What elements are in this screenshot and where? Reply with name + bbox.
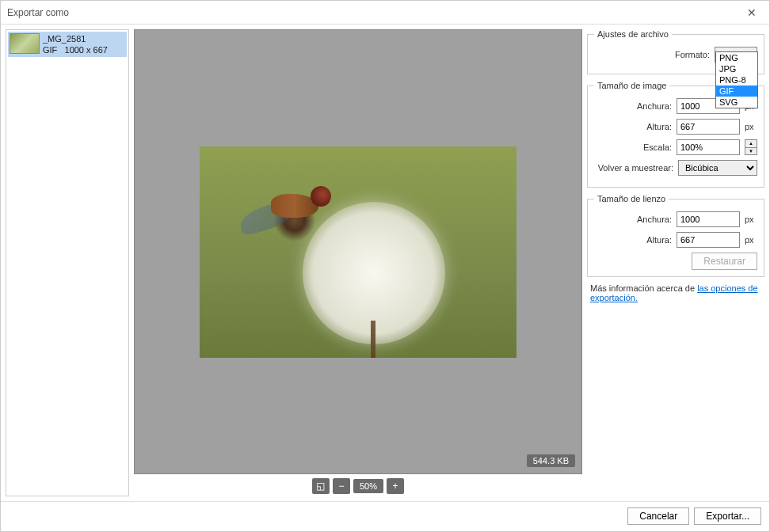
format-option-png8[interactable]: PNG-8: [716, 74, 757, 86]
width-label: Anchura:: [637, 101, 672, 111]
format-option-svg[interactable]: SVG: [716, 97, 757, 108]
fit-icon[interactable]: ◱: [312, 478, 330, 494]
resample-select[interactable]: Bicúbica: [678, 160, 757, 176]
titlebar: Exportar como ✕: [1, 1, 769, 25]
height-label: Altura:: [646, 122, 672, 131]
zoom-level[interactable]: 50%: [353, 479, 383, 493]
info-text: Más información acerca de las opciones d…: [587, 283, 764, 302]
resample-label: Volver a muestrear:: [598, 163, 673, 173]
preview-image: [200, 146, 517, 358]
thumbnail-list: _MG_2581 GIF 1000 x 667: [6, 29, 129, 496]
scale-input[interactable]: [677, 139, 740, 155]
thumbnail-info: _MG_2581 GIF 1000 x 667: [43, 33, 108, 55]
height-unit: px: [745, 122, 757, 131]
thumbnail-image: [10, 33, 40, 54]
format-option-png[interactable]: PNG: [716, 52, 757, 63]
scale-label: Escala:: [643, 142, 672, 152]
dialog-footer: Cancelar Exportar...: [1, 501, 769, 530]
thumbnail-item[interactable]: _MG_2581 GIF 1000 x 667: [8, 32, 127, 57]
format-option-gif[interactable]: GIF: [716, 86, 757, 97]
cancel-button[interactable]: Cancelar: [627, 507, 689, 525]
zoom-in-icon[interactable]: +: [387, 478, 404, 494]
close-button[interactable]: ✕: [734, 1, 769, 25]
format-option-jpg[interactable]: JPG: [716, 63, 757, 74]
restore-button: Restaurar: [692, 253, 757, 270]
format-dropdown-list[interactable]: PNG JPG PNG-8 GIF SVG: [715, 51, 758, 108]
file-settings-legend: Ajustes de archivo: [594, 29, 672, 39]
export-button[interactable]: Exportar...: [694, 507, 761, 525]
format-label: Formato:: [675, 50, 710, 59]
thumbnail-filename: _MG_2581: [43, 33, 108, 44]
height-input[interactable]: [677, 119, 740, 135]
canvas-size-group: Tamaño de lienzo Anchura: px Altura: px …: [587, 194, 764, 277]
preview-area[interactable]: 544.3 KB: [134, 29, 582, 474]
settings-sidebar: Ajustes de archivo Formato: GIF PNG JPG …: [587, 29, 764, 496]
canvas-height-input[interactable]: [677, 232, 740, 248]
file-settings-group: Ajustes de archivo Formato: GIF PNG JPG …: [587, 29, 764, 74]
scale-spinner[interactable]: ▲▼: [745, 139, 757, 155]
canvas-width-input[interactable]: [677, 211, 740, 227]
canvas-height-label: Altura:: [646, 235, 672, 245]
thumbnail-meta: GIF 1000 x 667: [43, 44, 108, 55]
window-title: Exportar como: [7, 7, 69, 18]
canvas-size-legend: Tamaño de lienzo: [594, 194, 669, 203]
canvas-width-unit: px: [745, 215, 757, 224]
zoom-out-icon[interactable]: −: [333, 478, 350, 494]
image-size-legend: Tamaño de image: [594, 81, 669, 90]
canvas-height-unit: px: [745, 235, 757, 245]
zoom-toolbar: ◱ − 50% +: [134, 476, 582, 496]
canvas-width-label: Anchura:: [637, 215, 672, 224]
preview-panel: 544.3 KB ◱ − 50% +: [134, 29, 582, 496]
filesize-badge: 544.3 KB: [527, 454, 575, 467]
